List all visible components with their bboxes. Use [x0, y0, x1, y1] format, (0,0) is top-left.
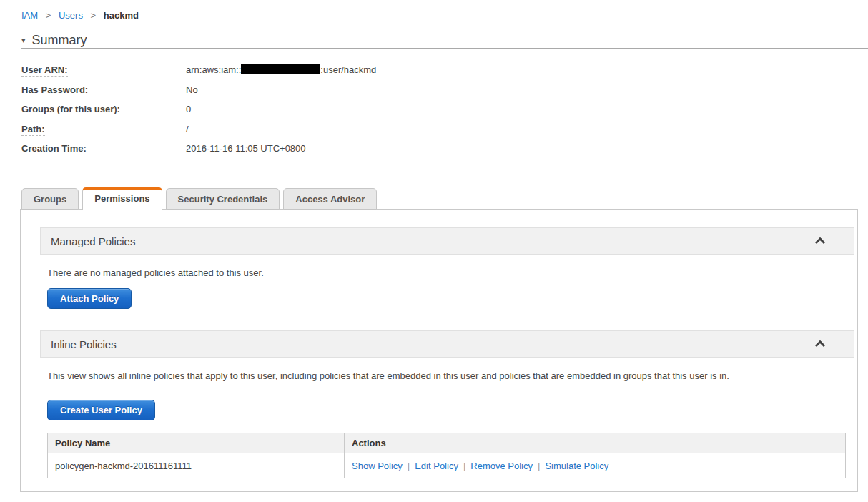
summary-row-user-arn: User ARN: arn:aws:iam:::user/hackmd — [21, 60, 376, 80]
simulate-policy-link[interactable]: Simulate Policy — [545, 461, 608, 471]
iam-user-detail-page: IAM > Users > hackmd ▾ Summary User ARN:… — [0, 0, 868, 502]
breadcrumb-separator: > — [46, 10, 51, 21]
table-row: policygen-hackmd-201611161111 Show Polic… — [48, 453, 846, 478]
summary-row-path: Path: / — [21, 119, 376, 139]
action-separator: | — [463, 461, 465, 471]
arn-prefix: arn:aws:iam:: — [186, 64, 241, 75]
action-separator: | — [408, 461, 410, 471]
groups-count-value: 0 — [186, 104, 191, 114]
creation-time-value: 2016-11-16 11:05 UTC+0800 — [186, 143, 306, 154]
has-password-value: No — [186, 84, 198, 95]
breadcrumb-link-users[interactable]: Users — [59, 10, 83, 21]
managed-policies-section: Managed Policies There are no managed po… — [40, 227, 854, 309]
tab-bar: Groups Permissions Security Credentials … — [21, 187, 377, 210]
chevron-up-icon — [815, 237, 825, 247]
summary-row-groups: Groups (for this user): 0 — [21, 99, 376, 119]
collapse-triangle-icon: ▾ — [21, 36, 26, 45]
summary-fields: User ARN: arn:aws:iam:::user/hackmd Has … — [21, 60, 376, 159]
breadcrumb-separator: > — [91, 10, 97, 21]
breadcrumb-link-iam[interactable]: IAM — [21, 10, 38, 21]
inline-policies-section: Inline Policies This view shows all inli… — [40, 330, 854, 478]
policy-name-cell: policygen-hackmd-201611161111 — [48, 453, 345, 478]
creation-time-label: Creation Time: — [21, 143, 186, 154]
action-separator: | — [538, 461, 540, 471]
managed-policies-title: Managed Policies — [51, 235, 135, 247]
user-arn-label: User ARN: — [21, 64, 68, 77]
inline-policies-body: This view shows all inline policies that… — [40, 358, 854, 478]
column-header-actions: Actions — [345, 433, 846, 453]
inline-policies-header[interactable]: Inline Policies — [40, 330, 854, 358]
inline-policies-table: Policy Name Actions policygen-hackmd-201… — [47, 433, 846, 478]
policy-actions-cell: Show Policy|Edit Policy|Remove Policy|Si… — [345, 453, 846, 478]
column-header-policy-name: Policy Name — [48, 433, 345, 453]
summary-divider — [21, 48, 868, 49]
tab-groups[interactable]: Groups — [21, 188, 79, 210]
edit-policy-link[interactable]: Edit Policy — [415, 461, 458, 471]
redacted-account-id — [241, 64, 320, 74]
managed-policies-body: There are no managed policies attached t… — [40, 255, 854, 309]
breadcrumb-current-hackmd: hackmd — [104, 10, 139, 21]
summary-row-creation-time: Creation Time: 2016-11-16 11:05 UTC+0800 — [21, 139, 376, 159]
inline-policies-title: Inline Policies — [51, 338, 117, 350]
attach-policy-button[interactable]: Attach Policy — [47, 288, 132, 309]
create-user-policy-button[interactable]: Create User Policy — [47, 400, 155, 420]
path-value: / — [186, 124, 189, 134]
user-arn-value: arn:aws:iam:::user/hackmd — [186, 64, 376, 75]
path-label: Path: — [21, 124, 45, 136]
show-policy-link[interactable]: Show Policy — [352, 461, 403, 471]
summary-title: Summary — [32, 33, 87, 48]
breadcrumb: IAM > Users > hackmd — [21, 10, 139, 21]
remove-policy-link[interactable]: Remove Policy — [470, 461, 533, 471]
managed-policies-collapse-toggle[interactable] — [814, 233, 827, 249]
arn-suffix: :user/hackmd — [320, 64, 376, 75]
managed-policies-empty-message: There are no managed policies attached t… — [47, 267, 854, 278]
has-password-label: Has Password: — [21, 84, 186, 95]
chevron-up-icon — [815, 340, 825, 350]
tab-permissions[interactable]: Permissions — [82, 187, 162, 210]
permissions-tab-panel: Managed Policies There are no managed po… — [20, 209, 858, 492]
tab-security-credentials[interactable]: Security Credentials — [166, 188, 280, 210]
tab-access-advisor[interactable]: Access Advisor — [283, 188, 377, 210]
inline-policies-description: This view shows all inline policies that… — [47, 370, 854, 381]
groups-count-label: Groups (for this user): — [21, 104, 186, 114]
inline-policies-collapse-toggle[interactable] — [814, 336, 827, 352]
managed-policies-header[interactable]: Managed Policies — [40, 227, 854, 255]
summary-row-has-password: Has Password: No — [21, 80, 376, 100]
summary-section-toggle[interactable]: ▾ Summary — [21, 33, 87, 48]
table-header-row: Policy Name Actions — [48, 433, 846, 453]
